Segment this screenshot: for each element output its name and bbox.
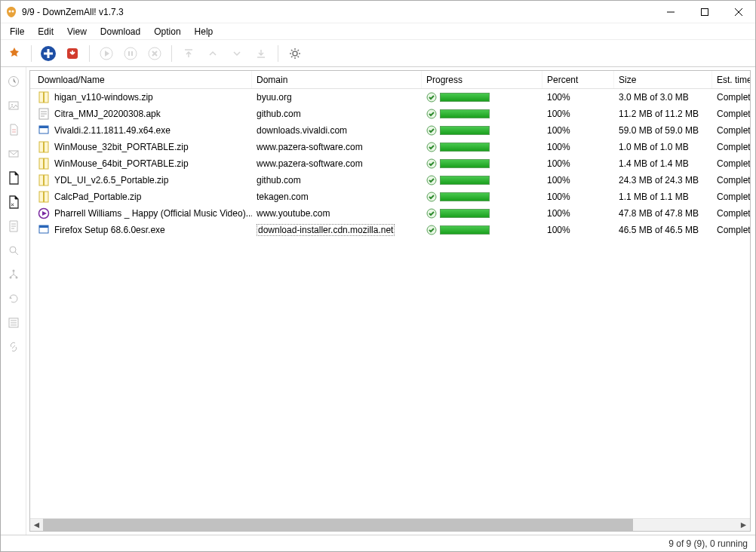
table-row[interactable]: Pharrell Williams _ Happy (Official Musi… bbox=[30, 205, 750, 222]
file-icon bbox=[38, 191, 50, 203]
col-progress[interactable]: Progress bbox=[422, 71, 542, 88]
check-icon bbox=[426, 109, 437, 119]
col-percent[interactable]: Percent bbox=[542, 71, 614, 88]
cell-domain: www.youtube.com bbox=[252, 208, 422, 219]
check-icon bbox=[426, 192, 437, 202]
cell-percent: 100% bbox=[542, 158, 614, 169]
check-icon bbox=[426, 225, 437, 235]
cell-name: Firefox Setup 68.6.0esr.exe bbox=[33, 224, 252, 236]
sidebar-tree-icon[interactable] bbox=[5, 266, 22, 283]
progress-bar bbox=[440, 159, 490, 168]
cell-domain: downloads.vivaldi.com bbox=[252, 125, 422, 136]
svg-rect-2 bbox=[701, 8, 708, 15]
file-name: Citra_MMJ_20200308.apk bbox=[54, 109, 161, 119]
file-icon bbox=[38, 158, 50, 170]
move-top-button[interactable] bbox=[180, 44, 198, 63]
cell-est: Complete bbox=[712, 225, 750, 235]
cell-percent: 100% bbox=[542, 208, 614, 219]
cell-est: Complete bbox=[712, 142, 750, 152]
toolbar bbox=[1, 40, 755, 67]
content-area: Download/Name Domain Progress Percent Si… bbox=[26, 67, 755, 535]
sidebar bbox=[1, 67, 26, 535]
sidebar-clock-icon[interactable] bbox=[5, 73, 22, 90]
table-row[interactable]: CalcPad_Portable.ziptekagen.com100%1.1 M… bbox=[30, 189, 750, 205]
file-name: Vivaldi.2.11.1811.49.x64.exe bbox=[54, 125, 171, 136]
sidebar-refresh-icon[interactable] bbox=[5, 290, 22, 307]
cell-domain: byuu.org bbox=[252, 92, 422, 103]
table-row[interactable]: Firefox Setup 68.6.0esr.exedownload-inst… bbox=[30, 222, 750, 238]
menu-download[interactable]: Download bbox=[94, 25, 146, 38]
table-row[interactable]: Vivaldi.2.11.1811.49.x64.exedownloads.vi… bbox=[30, 122, 750, 139]
sidebar-image-icon[interactable] bbox=[5, 97, 22, 114]
wizard-button[interactable] bbox=[5, 44, 23, 63]
menu-option[interactable]: Option bbox=[148, 25, 186, 38]
settings-button[interactable] bbox=[286, 44, 304, 63]
app-icon bbox=[5, 6, 17, 18]
move-down-button[interactable] bbox=[228, 44, 246, 63]
col-size[interactable]: Size bbox=[614, 71, 712, 88]
table-row[interactable]: WinMouse_32bit_PORTABLE.zipwww.pazera-so… bbox=[30, 139, 750, 155]
sidebar-file2-icon[interactable] bbox=[5, 194, 22, 210]
col-est[interactable]: Est. time bbox=[712, 71, 750, 88]
add-button[interactable] bbox=[39, 44, 57, 63]
cell-name: CalcPad_Portable.zip bbox=[33, 191, 252, 203]
cell-domain: www.pazera-software.com bbox=[252, 142, 422, 152]
cell-domain: download-installer.cdn.mozilla.net bbox=[252, 224, 422, 236]
svg-point-8 bbox=[293, 51, 297, 56]
pause-button[interactable] bbox=[121, 44, 140, 63]
col-domain[interactable]: Domain bbox=[252, 71, 422, 88]
check-icon bbox=[426, 175, 437, 186]
titlebar: 9/9 - DownZemAll! v1.7.3 bbox=[1, 1, 755, 23]
download-button[interactable] bbox=[63, 44, 81, 63]
cell-progress bbox=[422, 92, 542, 103]
cell-name: WinMouse_32bit_PORTABLE.zip bbox=[33, 141, 252, 153]
svg-rect-27 bbox=[43, 142, 45, 152]
cell-progress bbox=[422, 208, 542, 219]
progress-bar bbox=[440, 143, 490, 152]
cell-est: Complete bbox=[712, 158, 750, 169]
move-up-button[interactable] bbox=[204, 44, 222, 63]
menu-view[interactable]: View bbox=[61, 25, 93, 38]
sidebar-mail-icon[interactable] bbox=[5, 146, 22, 162]
minimize-button[interactable] bbox=[653, 1, 687, 23]
sidebar-link-icon[interactable] bbox=[5, 339, 22, 355]
sidebar-doc-icon[interactable] bbox=[5, 121, 22, 138]
move-bottom-button[interactable] bbox=[252, 44, 270, 63]
table-row[interactable]: WinMouse_64bit_PORTABLE.zipwww.pazera-so… bbox=[30, 155, 750, 172]
scroll-right-icon[interactable]: ► bbox=[737, 519, 750, 531]
horizontal-scrollbar[interactable]: ◄ ► bbox=[30, 518, 750, 531]
sidebar-text-icon[interactable] bbox=[5, 218, 22, 235]
cell-size: 59.0 MB of 59.0 MB bbox=[614, 125, 712, 136]
menu-file[interactable]: File bbox=[4, 25, 30, 38]
scroll-left-icon[interactable]: ◄ bbox=[30, 519, 43, 531]
svg-point-13 bbox=[10, 247, 16, 253]
cell-est: Complete bbox=[712, 92, 750, 103]
file-icon bbox=[38, 174, 50, 186]
table-row[interactable]: Citra_MMJ_20200308.apkgithub.com100%11.2… bbox=[30, 106, 750, 122]
stop-button[interactable] bbox=[146, 44, 164, 63]
menubar: File Edit View Download Option Help bbox=[1, 23, 755, 40]
cell-size: 1.0 MB of 1.0 MB bbox=[614, 142, 712, 152]
play-button[interactable] bbox=[97, 44, 115, 63]
cell-progress bbox=[422, 109, 542, 119]
close-button[interactable] bbox=[721, 1, 755, 23]
progress-bar bbox=[440, 209, 490, 218]
file-name: CalcPad_Portable.zip bbox=[54, 192, 141, 202]
menu-edit[interactable]: Edit bbox=[32, 25, 60, 38]
cell-percent: 100% bbox=[542, 142, 614, 152]
sidebar-list-icon[interactable] bbox=[5, 314, 22, 331]
file-name: YDL_UI_v2.6.5_Portable.zip bbox=[54, 175, 168, 186]
svg-point-0 bbox=[9, 10, 11, 12]
sidebar-file1-icon[interactable] bbox=[5, 170, 22, 186]
cell-name: YDL_UI_v2.6.5_Portable.zip bbox=[33, 174, 252, 186]
cell-name: Vivaldi.2.11.1811.49.x64.exe bbox=[33, 124, 252, 136]
menu-help[interactable]: Help bbox=[189, 25, 220, 38]
maximize-button[interactable] bbox=[687, 1, 721, 23]
cell-name: WinMouse_64bit_PORTABLE.zip bbox=[33, 158, 252, 170]
col-name[interactable]: Download/Name bbox=[33, 71, 252, 88]
cell-size: 46.5 MB of 46.5 MB bbox=[614, 225, 712, 235]
sidebar-search-icon[interactable] bbox=[5, 242, 22, 259]
table-row[interactable]: higan_v110-windows.zipbyuu.org100%3.0 MB… bbox=[30, 89, 750, 106]
check-icon bbox=[426, 92, 437, 103]
table-row[interactable]: YDL_UI_v2.6.5_Portable.zipgithub.com100%… bbox=[30, 172, 750, 189]
